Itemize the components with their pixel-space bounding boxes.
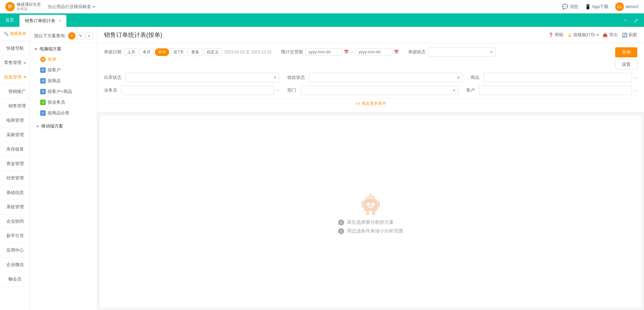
- sidebar-item-operations[interactable]: 经营管理: [0, 171, 30, 186]
- date-btn-this-year[interactable]: 本年: [155, 48, 169, 56]
- mobile-scheme-group: ▶ 移动端方案: [30, 120, 97, 133]
- sidebar-item-marketing[interactable]: 营销推广: [0, 85, 30, 99]
- svg-rect-3: [368, 207, 373, 208]
- settings-button[interactable]: 设置: [615, 59, 637, 69]
- salesperson-input[interactable]: [121, 86, 274, 95]
- sidebar-item-inventory[interactable]: 库存核算: [0, 142, 30, 157]
- sidebar-item-search[interactable]: 🔍 搜索菜单: [0, 27, 30, 41]
- export-icon: 📤: [602, 33, 608, 38]
- refresh-button[interactable]: 🔄 刷新: [622, 32, 637, 38]
- filter-row-persons: 业务员 ··· 部门 ▼ 客户 ···: [104, 86, 637, 95]
- refresh-icon: 🔄: [622, 33, 627, 38]
- customer-dots-icon[interactable]: ···: [633, 88, 637, 93]
- empty-tips: 1 请先选择要分析的方案 2 用过滤条件来缩小分析范围: [338, 219, 403, 237]
- svg-rect-1: [367, 203, 370, 206]
- sidebar-item-retail[interactable]: 零售管理: [0, 56, 30, 70]
- sidebar-item-sales[interactable]: 销售管理: [0, 99, 30, 113]
- status-select[interactable]: [428, 47, 495, 57]
- filter-area: 单据日期 上月 本月 本年 近7天 更多 自定义 2023-01-01 至 20…: [97, 43, 644, 113]
- add-scheme-button[interactable]: +: [68, 32, 75, 40]
- date-btn-this-month[interactable]: 本月: [140, 48, 154, 56]
- department-select[interactable]: [300, 86, 459, 95]
- svg-rect-5: [377, 201, 380, 208]
- empty-tip-1: 1 请先选择要分析的方案: [338, 219, 403, 225]
- svg-rect-7: [372, 211, 375, 215]
- sidebar-item-finance[interactable]: 资金管理: [0, 157, 30, 171]
- scheme-item-by-salesperson[interactable]: 业 按业务员: [30, 97, 97, 108]
- export-button[interactable]: 📤 导出: [602, 32, 618, 38]
- filter-row-date: 单据日期 上月 本月 本年 近7天 更多 自定义 2023-01-01 至 20…: [104, 47, 637, 69]
- sidebar-item-enterprise[interactable]: 企业协同: [0, 214, 30, 229]
- collapse-filter-button[interactable]: ∧∧ 收起更多条件: [104, 99, 637, 108]
- payment-select[interactable]: [309, 73, 463, 82]
- salesperson-dots-icon[interactable]: ···: [275, 88, 279, 93]
- calendar-icon-start[interactable]: 📅: [344, 50, 349, 54]
- product-label: 商品: [471, 74, 479, 81]
- pc-scheme-group: ▼ 电脑端方案 按 按单 客 按客户 商 按商品 客 按客户+商品: [30, 43, 97, 120]
- scheme-circle-icon: 按: [40, 57, 46, 62]
- download-icon: 📱: [585, 4, 591, 9]
- message-button[interactable]: 💬 消息: [562, 4, 578, 10]
- shipment-select[interactable]: [125, 73, 279, 82]
- scheme-item-by-category[interactable]: 分 按商品分类: [30, 108, 97, 118]
- product-input[interactable]: [483, 73, 632, 82]
- sidebar-item-wechat[interactable]: 企业微信: [0, 258, 30, 272]
- expected-date-start[interactable]: [306, 48, 342, 56]
- left-panel-icons: + ✎ «: [68, 32, 93, 40]
- pc-group-title[interactable]: ▼ 电脑端方案: [30, 44, 97, 54]
- date-label: 单据日期: [104, 49, 121, 55]
- edit-scheme-button[interactable]: ✎: [77, 32, 84, 40]
- sidebar-item-member[interactable]: 畅会员: [0, 272, 30, 287]
- scheme-item-by-order[interactable]: 按 按单: [30, 54, 97, 65]
- payment-select-wrapper: ▼: [309, 73, 463, 82]
- tab-home[interactable]: 首页: [0, 13, 19, 27]
- collapse-panel-button[interactable]: «: [86, 32, 93, 40]
- svg-rect-6: [366, 211, 369, 215]
- tab-active[interactable]: 销售订单统计表 ×: [19, 15, 66, 27]
- date-btn-custom[interactable]: 自定义: [204, 48, 222, 56]
- sidebar: 🔍 搜索菜单 快捷导航 零售管理 批发管理 营销推广 销售管理 电商管理 采购管…: [0, 27, 30, 310]
- print-button[interactable]: 🖨 按模板打印: [568, 32, 598, 38]
- avatar: Ea: [615, 2, 624, 11]
- message-icon: 💬: [562, 4, 568, 10]
- mobile-group-arrow: ▶: [37, 124, 39, 128]
- date-btn-last-month[interactable]: 上月: [124, 48, 138, 56]
- expected-date-end[interactable]: [356, 48, 392, 56]
- status-label: 单据状态: [408, 49, 426, 55]
- customer-label: 客户: [466, 87, 475, 93]
- calendar-icon-end[interactable]: 📅: [394, 50, 399, 54]
- scheme-chart-icon: 业: [40, 100, 46, 105]
- tab-close-icon[interactable]: ×: [59, 18, 61, 23]
- scheme-item-by-customer[interactable]: 客 按客户: [30, 65, 97, 75]
- sidebar-item-purchase[interactable]: 采购管理: [0, 128, 30, 142]
- date-btn-7days[interactable]: 近7天: [170, 48, 187, 56]
- print-chevron: [596, 33, 599, 36]
- sidebar-item-appcenter[interactable]: 应用中心: [0, 243, 30, 258]
- product-dots-icon[interactable]: ···: [633, 75, 637, 80]
- group-arrow-down: ▼: [34, 47, 38, 51]
- date-btn-more[interactable]: 更多: [188, 48, 202, 56]
- query-button[interactable]: 查询: [615, 47, 637, 57]
- sidebar-item-basics[interactable]: 基础信息: [0, 186, 30, 200]
- user-menu[interactable]: Ea demo2: [615, 2, 639, 11]
- page-title-row: 销售订单统计表(按单) ❓ 帮助 🖨 按模板打印 📤: [104, 31, 637, 39]
- svg-rect-4: [361, 201, 364, 208]
- customer-input[interactable]: [479, 86, 632, 95]
- top-bar-left: 好 畅捷通好生意 标账版 办公用品行业模拟账套: [5, 2, 95, 11]
- tab-maximize-button[interactable]: ⤢: [632, 16, 640, 24]
- scheme-sq-icon-product: 商: [40, 78, 46, 84]
- salesperson-field: ···: [121, 86, 279, 95]
- mobile-group-title[interactable]: ▶ 移动端方案: [30, 121, 97, 131]
- query-buttons: 查询 设置: [611, 47, 637, 69]
- app-download-button[interactable]: 📱 App下载: [585, 4, 608, 10]
- sidebar-item-wholesale[interactable]: 批发管理: [0, 70, 30, 85]
- scheme-item-by-product[interactable]: 商 按商品: [30, 75, 97, 86]
- sidebar-item-ecommerce[interactable]: 电商管理: [0, 113, 30, 128]
- tab-minimize-button[interactable]: －: [621, 16, 629, 24]
- help-button[interactable]: ❓ 帮助: [548, 32, 564, 38]
- sidebar-item-system[interactable]: 系统管理: [0, 200, 30, 214]
- sidebar-item-quick-nav[interactable]: 快捷导航: [0, 41, 30, 56]
- page-selector[interactable]: 办公用品行业模拟账套: [48, 4, 95, 10]
- scheme-item-by-customer-product[interactable]: 客 按客户+商品: [30, 86, 97, 97]
- sidebar-item-newbie[interactable]: 新手引导: [0, 229, 30, 243]
